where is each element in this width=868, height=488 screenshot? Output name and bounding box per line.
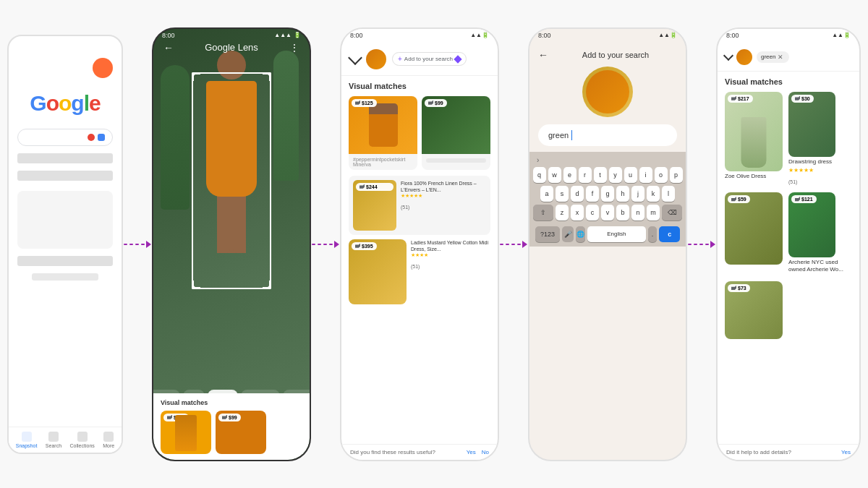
tag-icon-c1 xyxy=(355,100,360,106)
key-y[interactable]: y xyxy=(609,167,622,183)
green-img-lg: $217 xyxy=(725,92,783,171)
corner-tl xyxy=(192,72,200,81)
mustard-name: Ladies Mustard Yellow Cotton Midi Dress,… xyxy=(411,239,490,252)
key-b[interactable]: b xyxy=(616,205,629,221)
product-info-1: #peppermintpocketskirt Minerva xyxy=(349,154,417,170)
green-card-4[interactable]: $121 Archerie NYC used owned Archerie Wo… xyxy=(788,192,852,275)
key-o[interactable]: o xyxy=(655,167,668,183)
lens-header: ← Google Lens ⋮ xyxy=(153,42,310,53)
key-i[interactable]: i xyxy=(639,167,652,183)
key-m[interactable]: m xyxy=(647,205,660,221)
key-r[interactable]: r xyxy=(579,167,592,183)
green-feedback-yes[interactable]: Yes xyxy=(841,449,851,455)
product-tag-1: #peppermintpocketskirt xyxy=(353,157,413,162)
key-f[interactable]: f xyxy=(586,186,599,202)
back-button[interactable]: ← xyxy=(163,42,174,53)
product-card-fiora[interactable]: $244 Fiora 100% French Linen Dress – L'E… xyxy=(349,176,490,235)
product-card-1[interactable]: $125 #peppermintpocketskirt Minerva xyxy=(349,96,417,170)
key-d[interactable]: d xyxy=(571,186,584,202)
key-u[interactable]: u xyxy=(624,167,637,183)
chevron-down-icon[interactable] xyxy=(348,51,362,65)
search-icons xyxy=(88,134,105,141)
nav-collections-label: Collections xyxy=(70,443,95,448)
key-g[interactable]: g xyxy=(601,186,614,202)
dress-silhouette-1 xyxy=(741,117,767,168)
green-card-2[interactable]: $30 Drawstring dress ★★★★★ (51) xyxy=(788,92,835,187)
key-q[interactable]: q xyxy=(533,167,546,183)
product-figure-1 xyxy=(369,103,398,147)
second-product-section: $395 Ladies Mustard Yellow Cotton Midi D… xyxy=(349,239,490,304)
green-card-5[interactable]: $73 xyxy=(725,281,783,339)
key-l[interactable]: l xyxy=(662,186,675,202)
lens-preview-strip: Visual matches $125 $99 xyxy=(153,393,310,460)
header-avatar xyxy=(366,49,386,69)
green-feedback-question: Did it help to add details? xyxy=(726,449,791,455)
key-j[interactable]: j xyxy=(631,186,644,202)
green-time: 8:00 xyxy=(726,32,739,39)
collections-icon xyxy=(77,432,88,442)
key-go[interactable]: c xyxy=(659,226,680,242)
key-shift[interactable]: ⇧ xyxy=(533,205,553,221)
key-s[interactable]: s xyxy=(556,186,569,202)
feedback-buttons: Yes No xyxy=(467,449,489,455)
key-period[interactable]: . xyxy=(648,226,658,242)
product-card-2[interactable]: $99 xyxy=(422,96,490,170)
matches-content: Visual matches $125 #peppermintpocketski… xyxy=(341,76,498,310)
price-badge-c1: $125 xyxy=(352,99,377,107)
arrow-3 xyxy=(522,241,527,248)
plus-icon: + xyxy=(398,55,402,63)
search-input-field[interactable]: green xyxy=(538,124,677,146)
nav-collections[interactable]: Collections xyxy=(70,432,95,448)
search-bar[interactable] xyxy=(17,129,113,146)
green-card-1[interactable]: $217 Zoe Olive Dress xyxy=(725,92,783,187)
green-card-3[interactable]: $59 xyxy=(725,192,783,275)
tag-icon-1 xyxy=(167,415,172,420)
chip-close-icon[interactable]: ✕ xyxy=(778,53,783,61)
key-backspace[interactable]: ⌫ xyxy=(662,205,682,221)
back-arrow-icon[interactable]: ← xyxy=(538,49,548,61)
lens-icon[interactable] xyxy=(98,134,105,141)
key-p[interactable]: p xyxy=(670,167,683,183)
key-globe[interactable]: 🌐 xyxy=(576,226,585,242)
nav-more[interactable]: More xyxy=(103,432,114,448)
preview-item-2[interactable]: $99 xyxy=(216,411,266,454)
add-to-search-button[interactable]: + Add to your search xyxy=(392,52,467,66)
mic-icon[interactable] xyxy=(88,134,95,141)
nav-snapshot[interactable]: Snapshot xyxy=(16,432,38,448)
preview-item-1[interactable]: $125 xyxy=(161,411,211,454)
key-v[interactable]: v xyxy=(601,205,614,221)
connector-4 xyxy=(687,241,716,248)
key-a[interactable]: a xyxy=(540,186,553,202)
matches-status-bar: 8:00 ▲▲🔋 xyxy=(341,29,498,42)
green-matches-title: Visual matches xyxy=(725,77,852,86)
key-k[interactable]: k xyxy=(647,186,660,202)
feedback-yes[interactable]: Yes xyxy=(467,449,476,455)
more-button[interactable]: ⋮ xyxy=(289,42,299,53)
green-chevron-icon[interactable] xyxy=(723,50,733,60)
lens-title: Google Lens xyxy=(205,42,258,53)
nav-search[interactable]: Search xyxy=(46,432,61,448)
more-icon xyxy=(103,432,114,442)
green-chip[interactable]: green ✕ xyxy=(757,51,789,63)
key-t[interactable]: t xyxy=(594,167,607,183)
key-n[interactable]: n xyxy=(631,205,644,221)
key-numbers[interactable]: ?123 xyxy=(535,226,560,242)
drawstring-name: Zoe Olive Dress xyxy=(725,173,783,180)
key-space[interactable]: English xyxy=(587,226,646,242)
tag-icon-g4 xyxy=(795,197,800,202)
google-screen: Google Snapshot Search xyxy=(7,35,123,454)
key-x[interactable]: x xyxy=(571,205,584,221)
dash-line-2 xyxy=(312,244,333,245)
second-product-row: $395 Ladies Mustard Yellow Cotton Midi D… xyxy=(349,239,490,304)
key-c[interactable]: c xyxy=(586,205,599,221)
key-z[interactable]: z xyxy=(556,205,569,221)
feedback-no[interactable]: No xyxy=(482,449,489,455)
key-w[interactable]: w xyxy=(548,167,561,183)
key-e[interactable]: e xyxy=(563,167,576,183)
key-h[interactable]: h xyxy=(616,186,629,202)
green-img-5: $73 xyxy=(725,281,783,339)
key-mic[interactable]: 🎤 xyxy=(562,226,574,242)
arrow-1 xyxy=(146,241,151,248)
placeholder-block-4 xyxy=(32,273,98,281)
mustard-reviews: (51) xyxy=(411,264,420,269)
